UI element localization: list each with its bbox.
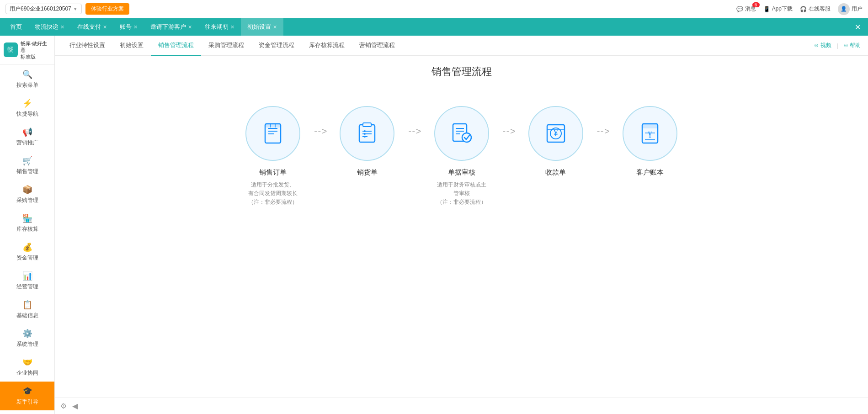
sidebar-item-sales[interactable]: 🛒 销售管理 [0,151,54,180]
subtab-purchase-flow[interactable]: 采购管理流程 [201,36,251,56]
subtab-marketing-flow[interactable]: 营销管理流程 [352,36,402,56]
sidebar-item-appstore[interactable]: 📱 应用中心 [0,410,54,414]
step-name-order: 销售订单 [259,168,287,177]
sub-tabs: 行业特性设置 初始设置 销售管理流程 采购管理流程 资金管理流程 库存核算流程 … [55,36,868,56]
close-icon[interactable]: ✕ [230,24,234,30]
close-icon[interactable]: ✕ [188,24,192,30]
sidebar-item-inventory[interactable]: 🏪 库存核算 [0,209,54,238]
inventory-icon: 🏪 [22,213,32,223]
nav-tab-label: 账号 [120,23,132,31]
sidebar-item-marketing[interactable]: 📢 营销推广 [0,122,54,151]
close-icon[interactable]: ✕ [103,24,107,30]
sidebar-item-enterprise[interactable]: 🤝 企业协同 [0,353,54,382]
sidebar-item-system[interactable]: ⚙️ 系统管理 [0,324,54,353]
sidebar-item-label: 企业协同 [16,369,38,377]
subtab-inventory-flow[interactable]: 库存核算流程 [302,36,352,56]
svg-point-12 [364,130,366,132]
sidebar-item-label: 销售管理 [16,168,38,175]
nav-close-all[interactable]: ✕ [851,23,864,32]
nav-tab-zaixianzhifu[interactable]: 在线支付 ✕ [71,18,113,36]
message-icon: 💬 [736,6,743,12]
svg-text:¥: ¥ [648,130,652,139]
order-icon [261,121,285,146]
flow-arrow-3: - - > [503,106,515,137]
purchase-icon: 📦 [22,185,32,195]
top-bar-right: 💬 消息 6 📱 App下载 🎧 在线客服 👤 用户 [736,3,863,15]
online-service-item[interactable]: 🎧 在线客服 [800,5,831,13]
audit-icon [449,121,474,146]
subtab-industry[interactable]: 行业特性设置 [62,36,112,56]
flow-step-ledger: ¥ 客户账本 [609,106,691,180]
download-icon: 📱 [763,6,770,12]
sidebar-item-label: 快捷导航 [16,110,38,118]
experience-btn[interactable]: 体验行业方案 [85,3,129,15]
subtab-sales-flow[interactable]: 销售管理流程 [151,36,201,56]
user-avatar-item[interactable]: 👤 用户 [838,3,863,15]
subtab-initial[interactable]: 初始设置 [112,36,151,56]
close-icon[interactable]: ✕ [60,24,64,30]
step-name-delivery: 销货单 [357,168,378,177]
close-icon[interactable]: ✕ [273,24,277,30]
logo-text: 畅库·做好生意 标准版 [21,40,51,60]
sidebar-item-quicknav[interactable]: ⚡ 快捷导航 [0,94,54,122]
svg-rect-8 [363,123,371,127]
sidebar-item-label: 营销推广 [16,139,38,147]
nav-tab-label: 在线支付 [77,23,101,31]
step-desc-audit: 适用于财务审核或主管审核（注：非必要流程） [437,180,486,207]
sidebar-item-label: 库存核算 [16,225,38,233]
sidebar-item-business[interactable]: 📊 经营管理 [0,266,54,295]
receipt-icon: ¥ [543,121,568,146]
collapse-sidebar-icon[interactable]: ◀ [72,402,78,410]
sub-tabs-right: ⊙ 视频 | ⊙ 帮助 [814,42,861,49]
flow-arrow-1: - - > [314,106,326,137]
messages-badge: 6 [752,2,760,7]
nav-tab-zhanghao[interactable]: 账号 ✕ [113,18,144,36]
nav-tab-label: 邀请下游客户 [150,23,186,31]
nav-tab-wanglaiqi[interactable]: 往来期初 ✕ [198,18,241,36]
top-bar: 用户690企业1660120507 ▼ 体验行业方案 💬 消息 6 📱 App下… [0,0,868,18]
nav-tab-wuliukuaidi[interactable]: 物流快递 ✕ [28,18,71,36]
flow-circle-delivery[interactable] [340,106,394,161]
video-link[interactable]: ⊙ 视频 [814,42,831,49]
help-link[interactable]: ⊙ 帮助 [844,42,861,49]
nav-tab-home[interactable]: 首页 [4,18,28,36]
sidebar-item-label: 搜索菜单 [16,81,38,89]
messages-item[interactable]: 💬 消息 6 [736,5,756,13]
flow-circle-audit[interactable] [434,106,489,161]
app-download-item[interactable]: 📱 App下载 [763,5,793,13]
headset-icon: 🎧 [800,6,807,12]
svg-point-19 [462,133,471,142]
sidebar-item-search[interactable]: 🔍 搜索菜单 [0,65,54,94]
guide-icon: 🎓 [22,386,32,396]
flow-circle-receipt[interactable]: ¥ [528,106,583,161]
ledger-icon: ¥ [638,121,662,146]
sidebar: 畅 畅库·做好生意 标准版 🔍 搜索菜单 ⚡ 快捷导航 📢 营销推广 🛒 销售管… [0,36,55,414]
sidebar-item-label: 资金管理 [16,254,38,262]
flow-content: 销售管理流程 销售订 [55,56,868,398]
step-name-ledger: 客户账本 [636,168,664,177]
flow-circle-order[interactable] [245,106,300,161]
subtab-finance-flow[interactable]: 资金管理流程 [251,36,302,56]
app-download-label: App下载 [772,5,793,13]
step-desc-order: 适用于分批发货、有合同发货周期较长（注：非必要流程） [248,180,298,207]
sidebar-item-basic[interactable]: 📋 基础信息 [0,295,54,324]
sidebar-item-label: 系统管理 [16,340,38,348]
settings-bottom-icon[interactable]: ⚙ [60,402,67,410]
sidebar-item-guide[interactable]: 🎓 新手引导 [0,382,54,410]
nav-tab-chushishezhi[interactable]: 初始设置 ✕ [241,18,283,36]
enterprise-icon: 🤝 [22,357,32,367]
sidebar-item-finance[interactable]: 💰 资金管理 [0,238,54,266]
svg-point-14 [364,136,366,138]
flow-circle-ledger[interactable]: ¥ [623,106,677,161]
flow-step-delivery: 销货单 [326,106,408,180]
close-icon[interactable]: ✕ [133,24,138,30]
sidebar-item-purchase[interactable]: 📦 采购管理 [0,180,54,209]
flow-arrow-2: - - > [408,106,420,137]
logo-icon: 畅 [4,42,18,57]
nav-tab-invite[interactable]: 邀请下游客户 ✕ [144,18,198,36]
main-content: 行业特性设置 初始设置 销售管理流程 采购管理流程 资金管理流程 库存核算流程 … [55,36,868,414]
sales-icon: 🛒 [22,156,32,166]
user-selector[interactable]: 用户690企业1660120507 ▼ [5,4,82,14]
nav-tab-label: 往来期初 [205,23,229,31]
finance-icon: 💰 [22,242,32,252]
